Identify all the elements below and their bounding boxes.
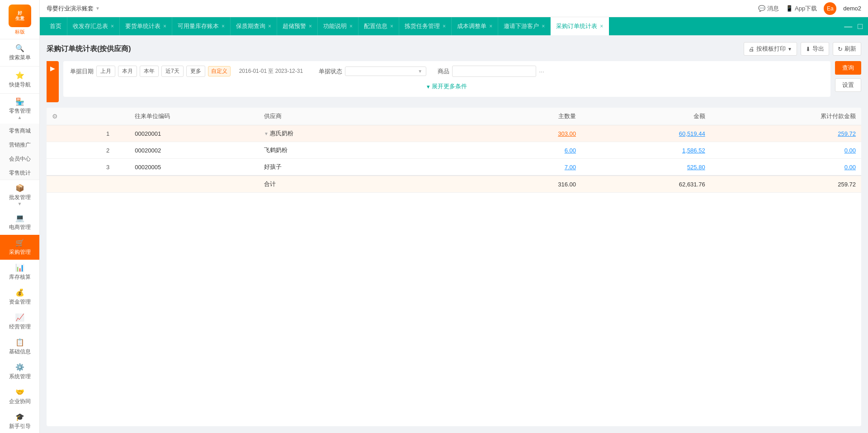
filter-status-item: 单据状态 ▼ (319, 67, 426, 76)
tab-cost-adjust-close[interactable]: × (489, 23, 492, 29)
tab-config-info-close[interactable]: × (390, 23, 393, 29)
retail-stat-label: 零售统计 (9, 169, 31, 177)
filter-settings-button[interactable]: 设置 (835, 78, 861, 92)
sidebar-item-wholesale[interactable]: 📦 批发管理 ▼ (0, 180, 39, 210)
sidebar-search-label: 搜索菜单 (9, 54, 31, 62)
tab-pick-task-close[interactable]: × (443, 23, 446, 29)
tab-shelf-life[interactable]: 保质期查询 × (231, 17, 277, 35)
query-button[interactable]: 查询 (835, 61, 861, 75)
tab-home[interactable]: 首页 (44, 17, 67, 35)
date-preset-this-year[interactable]: 本年 (140, 66, 159, 77)
tab-over-stock[interactable]: 超储预警 × (277, 17, 318, 35)
logo-icon: 好生意 (15, 10, 24, 21)
footer-qty: 316.00 (474, 176, 581, 193)
inventory-label: 库存核算 (9, 273, 31, 281)
amount-link-2[interactable]: 1,586.52 (682, 147, 705, 154)
sidebar-item-marketing[interactable]: 营销推广 (0, 138, 39, 152)
tab-over-stock-close[interactable]: × (309, 23, 312, 29)
amount-link-3[interactable]: 525.80 (687, 164, 705, 171)
paid-link-3[interactable]: 0.00 (844, 164, 856, 171)
tab-purchase-stat[interactable]: 采购订单统计表 × (551, 17, 609, 35)
wholesale-icon: 📦 (15, 184, 24, 192)
filter-expand-row: ▾ 展开更多条件 (70, 81, 824, 92)
date-custom-badge[interactable]: 自定义 (208, 66, 231, 76)
sidebar-item-quick-nav[interactable]: ⭐ 快捷导航 (0, 67, 39, 94)
tab-shelf-life-close[interactable]: × (268, 23, 271, 29)
tab-goods-stat[interactable]: 要货单统计表 × (120, 17, 172, 35)
table-body: 1 00020001 ▼ 惠氏奶粉 303.00 60,519.44 (47, 125, 861, 176)
user-avatar[interactable]: Ea (824, 2, 836, 15)
tab-function-desc-close[interactable]: × (349, 23, 353, 29)
sidebar-item-newbie[interactable]: 🎓 新手引导 (0, 409, 39, 433)
sidebar-item-retail[interactable]: 🏪 零售管理 ▲ (0, 94, 39, 124)
qty-link-3[interactable]: 7.00 (565, 164, 576, 171)
row-paid-3: 0.00 (711, 159, 861, 176)
filter-toggle-button[interactable]: ▶ (47, 61, 59, 102)
app-download-link[interactable]: 📱 App下载 (786, 5, 817, 13)
sidebar-item-finance[interactable]: 💰 资金管理 (0, 285, 39, 309)
tab-function-desc[interactable]: 功能说明 × (318, 17, 359, 35)
paid-link-1[interactable]: 259.72 (838, 130, 856, 137)
date-preset-more[interactable]: 更多 (186, 66, 205, 77)
status-select-arrow: ▼ (418, 69, 422, 74)
sidebar-item-search[interactable]: 🔍 搜索菜单 (0, 39, 39, 67)
row-supplier-2: 飞鹤奶粉 (259, 142, 474, 159)
sidebar-item-retail-stat[interactable]: 零售统计 (0, 166, 39, 180)
date-preset-7days[interactable]: 近7天 (161, 66, 184, 77)
maximize-button[interactable]: □ (857, 21, 863, 32)
date-preset-last-month[interactable]: 上月 (96, 66, 115, 77)
mobile-icon: 📱 (786, 5, 793, 12)
tab-goods-stat-close[interactable]: × (163, 23, 166, 29)
marketing-label: 营销推广 (9, 141, 31, 149)
column-settings-icon[interactable]: ⚙ (52, 113, 58, 120)
message-icon: 💬 (758, 5, 765, 12)
tab-cost-adjust[interactable]: 成本调整单 × (452, 17, 498, 35)
print-button[interactable]: 🖨 按模板打印 ▼ (744, 42, 797, 56)
row-qty-2: 6.00 (474, 142, 581, 159)
qty-link-2[interactable]: 6.00 (565, 147, 576, 154)
filter-date-range-item: 2016-01-01 至 2023-12-31 (237, 67, 303, 75)
operations-label: 经营管理 (9, 323, 31, 331)
sidebar-item-inventory[interactable]: 📊 库存核算 (0, 260, 39, 285)
sidebar-item-operations[interactable]: 📈 经营管理 (0, 309, 39, 334)
qty-link-1[interactable]: 303.00 (558, 130, 576, 137)
tab-invite-downstream-close[interactable]: × (542, 23, 545, 29)
sidebar-item-basic-info[interactable]: 📋 基础信息 (0, 334, 39, 359)
paid-link-2[interactable]: 0.00 (844, 147, 856, 154)
goods-more-icon[interactable]: ··· (539, 68, 544, 75)
tab-pick-task[interactable]: 拣货任务管理 × (399, 17, 452, 35)
sidebar-item-retail-mall[interactable]: 零售商城 (0, 124, 39, 138)
tab-cost-adjust-label: 成本调整单 (457, 22, 486, 30)
tab-shelf-life-label: 保质期查询 (236, 22, 265, 30)
tab-config-info[interactable]: 配置信息 × (359, 17, 399, 35)
tab-collect-pay-close[interactable]: × (111, 23, 114, 29)
amount-link-1[interactable]: 60,519.44 (679, 130, 705, 137)
status-select[interactable]: ▼ (345, 67, 426, 76)
user-initials: Ea (827, 5, 834, 12)
minimize-button[interactable]: — (843, 21, 853, 32)
workspace-selector[interactable]: 母婴行业演示账套 ▼ (47, 5, 100, 13)
tab-purchase-stat-close[interactable]: × (600, 23, 603, 29)
tab-invite-downstream-label: 邀请下游客户 (504, 22, 539, 30)
tab-inventory-account[interactable]: 可用量库存账本 × (172, 17, 231, 35)
username[interactable]: demo2 (843, 5, 861, 12)
print-dropdown-icon: ▼ (788, 47, 792, 52)
tab-invite-downstream[interactable]: 邀请下游客户 × (498, 17, 551, 35)
row-index-3: 3 (86, 159, 129, 176)
filter-expand-button[interactable]: ▾ 展开更多条件 (422, 81, 472, 92)
tab-inventory-account-close[interactable]: × (222, 23, 225, 29)
sidebar-item-member[interactable]: 会员中心 (0, 152, 39, 166)
date-preset-this-month[interactable]: 本月 (118, 66, 137, 77)
sidebar-item-ecommerce[interactable]: 💻 电商管理 (0, 210, 39, 235)
export-button[interactable]: ⬇ 导出 (801, 42, 829, 56)
sidebar-item-purchase[interactable]: 🛒 采购管理 (0, 235, 39, 260)
tab-collect-pay[interactable]: 收发存汇总表 × (67, 17, 120, 35)
sidebar-item-enterprise[interactable]: 🤝 企业协同 (0, 384, 39, 409)
message-link[interactable]: 💬 消息 (758, 5, 779, 13)
goods-filter-input[interactable] (452, 66, 536, 77)
supplier-arrow-1: ▼ (264, 131, 269, 136)
workspace-title: 母婴行业演示账套 (47, 5, 94, 13)
refresh-button[interactable]: ↻ 刷新 (833, 42, 861, 56)
sidebar-item-system[interactable]: ⚙️ 系统管理 (0, 359, 39, 384)
app-logo: 好生意 (9, 5, 31, 27)
